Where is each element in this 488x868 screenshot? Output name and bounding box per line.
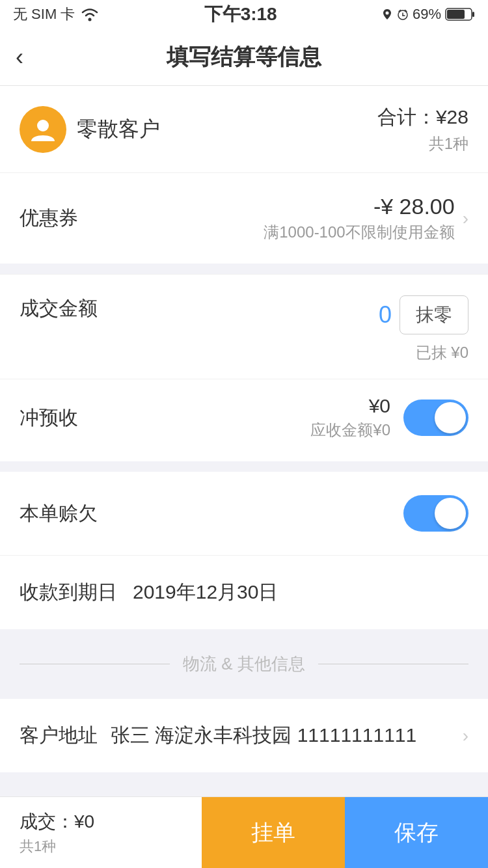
- debt-section: 本单赊欠 收款到期日 2019年12月30日: [0, 472, 488, 629]
- address-label: 客户地址: [20, 722, 98, 749]
- deal-value[interactable]: 0: [366, 301, 392, 329]
- coupon-amount: -¥ 28.00: [264, 194, 454, 219]
- customer-name: 零散客户: [77, 115, 160, 144]
- svg-point-1: [385, 12, 388, 15]
- deal-section: 成交金额 0 抹零 已抹 ¥0 冲预收 ¥0 应收金额¥0: [0, 274, 488, 461]
- coupon-chevron-icon: ›: [463, 208, 468, 229]
- bottom-bar: 成交：¥0 共1种 挂单 保存: [0, 796, 488, 868]
- logistics-text: 物流 & 其他信息: [170, 653, 318, 675]
- address-section: 客户地址 张三 海淀永丰科技园 11111111111 ›: [0, 699, 488, 772]
- svg-point-0: [88, 18, 92, 21]
- back-button[interactable]: ‹: [16, 44, 23, 71]
- save-label: 保存: [394, 818, 439, 848]
- coupon-value-wrap: -¥ 28.00 满1000-100不限制使用金额: [264, 194, 454, 243]
- coupon-right: -¥ 28.00 满1000-100不限制使用金额 ›: [264, 194, 468, 243]
- debt-toggle[interactable]: [403, 495, 468, 532]
- svg-rect-8: [472, 12, 474, 17]
- prepay-amounts: ¥0 应收金额¥0: [310, 395, 390, 441]
- battery-icon: [445, 7, 475, 21]
- battery-percent: 69%: [413, 6, 441, 23]
- sim-status: 无 SIM 卡: [13, 5, 75, 24]
- coupon-sub: 满1000-100不限制使用金额: [264, 222, 454, 243]
- status-time: 下午3:18: [204, 2, 277, 27]
- debt-row: 本单赊欠: [0, 472, 488, 555]
- deal-amount-row: 成交金额 0 抹零 已抹 ¥0: [0, 274, 488, 379]
- alarm-icon: [397, 8, 409, 20]
- bottom-deal-text: 成交：: [20, 811, 74, 832]
- customer-section: 零散客户 合计：¥28 共1种 优惠券 -¥ 28.00 满1000-100不限…: [0, 86, 488, 264]
- prepay-row: 冲预收 ¥0 应收金额¥0: [0, 379, 488, 461]
- save-button[interactable]: 保存: [345, 797, 488, 868]
- svg-rect-9: [447, 10, 465, 19]
- hang-label: 挂单: [251, 818, 295, 848]
- status-bar: 无 SIM 卡 下午3:18 69%: [0, 0, 488, 29]
- total-count: 共1种: [377, 133, 468, 154]
- location-icon: [381, 8, 393, 20]
- prepay-main-amount: ¥0: [310, 395, 390, 417]
- svg-point-10: [37, 120, 49, 131]
- deal-label: 成交金额: [20, 295, 98, 322]
- prepay-sub-amount: 应收金额¥0: [310, 420, 390, 441]
- logistics-line-right: [318, 664, 468, 664]
- debt-label: 本单赊欠: [20, 500, 98, 527]
- toggle-knob: [435, 402, 466, 433]
- bottom-summary: 成交：¥0 共1种: [0, 797, 202, 868]
- coupon-row[interactable]: 优惠券 -¥ 28.00 满1000-100不限制使用金额 ›: [0, 172, 488, 264]
- due-date-label: 收款到期日: [20, 579, 117, 606]
- total-amount: 合计：¥28: [377, 104, 468, 131]
- coupon-label: 优惠券: [20, 205, 78, 232]
- due-date-row[interactable]: 收款到期日 2019年12月30日: [0, 555, 488, 629]
- customer-row: 零散客户 合计：¥28 共1种: [0, 86, 488, 172]
- avatar: [20, 106, 66, 153]
- customer-total: 合计：¥28 共1种: [377, 104, 468, 154]
- bottom-deal-amount: ¥0: [74, 811, 94, 832]
- prepay-toggle[interactable]: [403, 400, 468, 436]
- bottom-deal-label: 成交：¥0: [20, 809, 182, 834]
- logistics-divider: 物流 & 其他信息: [0, 640, 488, 688]
- address-row[interactable]: 客户地址 张三 海淀永丰科技园 11111111111 ›: [0, 699, 488, 772]
- status-right: 69%: [381, 6, 475, 23]
- debt-toggle-knob: [435, 498, 466, 529]
- hang-button[interactable]: 挂单: [202, 797, 345, 868]
- logistics-line-left: [20, 664, 170, 664]
- due-date-value: 2019年12月30日: [133, 579, 278, 606]
- page-title: 填写结算等信息: [167, 42, 321, 72]
- wifi-icon: [80, 7, 100, 21]
- bottom-count: 共1种: [20, 837, 182, 856]
- logistics-section: 物流 & 其他信息: [0, 640, 488, 699]
- prepay-right: ¥0 应收金额¥0: [310, 395, 468, 441]
- round-button[interactable]: 抹零: [400, 295, 468, 334]
- customer-info: 零散客户: [20, 106, 160, 153]
- deal-input-wrap: 0 抹零: [366, 295, 468, 334]
- nav-bar: ‹ 填写结算等信息: [0, 29, 488, 86]
- address-chevron-icon: ›: [463, 726, 468, 746]
- status-left: 无 SIM 卡: [13, 5, 100, 24]
- prepay-label: 冲预收: [20, 405, 78, 431]
- address-value: 张三 海淀永丰科技园 11111111111: [111, 722, 463, 749]
- deal-sub: 已抹 ¥0: [416, 342, 468, 363]
